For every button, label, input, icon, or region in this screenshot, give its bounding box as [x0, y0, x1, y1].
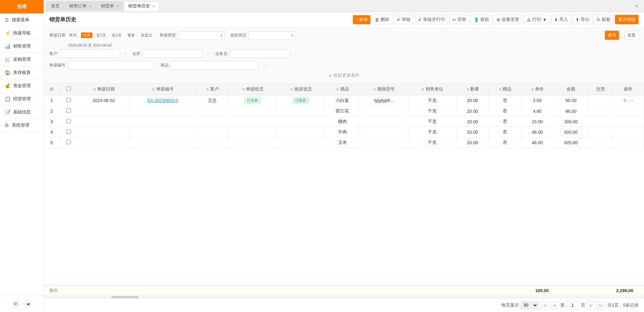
sidebar-item-quick-nav[interactable]: ⚡ 快捷导航 — [0, 27, 44, 40]
cell-doc-no[interactable]: SA-20230602-0 — [130, 95, 196, 106]
cell-doc-no[interactable] — [130, 137, 196, 148]
page-last-btn[interactable]: ▶| — [597, 301, 606, 309]
page-first-btn[interactable]: |◀ — [540, 301, 548, 309]
date-7days-tag[interactable]: 近7天 — [94, 32, 108, 38]
salesperson-input[interactable] — [229, 49, 290, 58]
sidebar-item-finance-mgmt[interactable]: 💰 资金管理 — [0, 79, 44, 93]
th-quantity[interactable]: ⇅ 数量 — [456, 83, 489, 95]
batch-change-button[interactable]: ⊞ 批量变更 — [494, 15, 522, 24]
collapse-filter-btn[interactable]: ∧ 收起更多条件 — [329, 72, 360, 78]
tab-close-sales-invoice[interactable]: ✕ — [116, 4, 119, 8]
cell-action[interactable] — [612, 106, 644, 116]
row-checkbox[interactable] — [66, 98, 71, 102]
tab-sales-invoice[interactable]: 销货单 ✕ — [96, 1, 123, 11]
product-input[interactable] — [171, 61, 258, 70]
scrollbar-thumb[interactable] — [111, 296, 138, 298]
cell-action[interactable] — [612, 137, 644, 148]
cell-action[interactable]: ✎⋯ — [612, 95, 644, 106]
th-doc-date[interactable]: ⇅ 单据日期 — [78, 83, 129, 95]
horizontal-scrollbar[interactable] — [44, 295, 644, 298]
sidebar-item-basic-info[interactable]: 📝 基础信息 — [0, 106, 44, 119]
doc-no-link[interactable]: SA-20230602-0 — [147, 98, 178, 103]
th-checkbox[interactable] — [60, 83, 78, 95]
tab-home[interactable]: 首页 — [47, 1, 64, 11]
sidebar-item-purchase-mgmt[interactable]: 🛒 采购管理 — [0, 53, 44, 66]
th-gift[interactable]: ⇅ 赠品 — [489, 83, 521, 95]
th-customer[interactable]: ⇅ 客户 — [196, 83, 228, 95]
audit-button[interactable]: ✔ 审核 — [394, 15, 414, 24]
cell-payment-status — [277, 106, 325, 116]
cell-doc-no[interactable] — [130, 116, 196, 127]
close-all-tabs[interactable]: ✕ — [632, 3, 641, 9]
tab-sales-order[interactable]: 销售订单 ✕ — [65, 1, 96, 11]
row-checkbox[interactable] — [66, 119, 71, 123]
th-unit-price[interactable]: ⇅ 单价 — [521, 83, 554, 95]
main-area: 首页 销售订单 ✕ 销货单 ✕ 销货单历史 ✕ ✕ 销货单历史 + 新增 🗑 删… — [44, 0, 644, 312]
th-spec[interactable]: ⇅ 规格型号 — [360, 83, 408, 95]
sidebar-item-label: 基础信息 — [13, 109, 31, 115]
th-doc-no[interactable]: ⇅ 单据编号 — [130, 83, 196, 95]
abandon-button[interactable]: ↩ 弃审 — [449, 15, 469, 24]
refresh-button[interactable]: ↻ 刷新 — [594, 15, 614, 24]
page-next-btn[interactable]: ▶ — [587, 301, 595, 309]
customer-input[interactable] — [59, 49, 120, 58]
cell-doc-no[interactable] — [130, 106, 196, 116]
warehouse-input[interactable] — [142, 49, 203, 58]
date-custom-tag[interactable]: 自定义 — [139, 32, 154, 38]
sidebar-item-search-menu[interactable]: ☰ 搜索菜单 — [0, 14, 44, 27]
cell-action[interactable] — [612, 127, 644, 137]
show-detail-button[interactable]: 显示明细 — [615, 15, 639, 24]
tab-sales-history[interactable]: 销货单历史 ✕ — [124, 1, 159, 11]
warehouse-ellipsis[interactable]: ··· — [206, 51, 210, 56]
tab-close-sales-order[interactable]: ✕ — [89, 4, 91, 8]
query-button[interactable]: 查询 — [605, 31, 619, 40]
date-1month-tag[interactable]: 近1月 — [110, 32, 123, 38]
select-all-checkbox[interactable] — [66, 86, 71, 91]
th-action[interactable]: 操作 — [612, 83, 644, 95]
customer-ellipsis[interactable]: ··· — [123, 51, 127, 56]
product-ellipsis[interactable]: ··· — [262, 63, 265, 68]
sidebar-item-sales-mgmt[interactable]: 📊 销售管理 — [0, 40, 44, 53]
th-payment-status[interactable]: ⇅ 收款状态 — [277, 83, 325, 95]
sidebar-toggle-btn[interactable]: ◀ — [23, 299, 33, 309]
th-transaction[interactable]: 交货 — [588, 83, 612, 95]
search-icon: ☰ — [5, 17, 9, 23]
row-checkbox[interactable] — [66, 140, 71, 144]
gear-icon[interactable]: ⚙ — [50, 86, 54, 92]
row-checkbox[interactable] — [66, 108, 71, 113]
settings-filter-button[interactable]: 设置 — [624, 31, 639, 40]
audit-print-button[interactable]: ✔ 审核并打印 — [415, 15, 448, 24]
import-button[interactable]: ⬇ 导入 — [551, 15, 571, 24]
sidebar-item-ops-mgmt[interactable]: 📋 经营管理 — [0, 93, 44, 106]
collect-button[interactable]: 💲 收款 — [471, 15, 492, 24]
edit-action-btn[interactable]: ✎ — [623, 98, 627, 103]
row-checkbox[interactable] — [66, 129, 71, 134]
date-today-tag[interactable]: 今天 — [81, 32, 92, 38]
sidebar-item-system-mgmt[interactable]: ⚙ 系统管理 — [0, 119, 44, 132]
page-input[interactable] — [567, 301, 579, 309]
delete-button[interactable]: 🗑 删除 — [372, 15, 392, 24]
doc-type-select[interactable] — [178, 31, 225, 40]
th-amount[interactable]: 金额 — [554, 83, 589, 95]
th-doc-status[interactable]: ⇅ 单据状态 — [228, 83, 277, 95]
export-button[interactable]: ⬆ 导出 — [572, 15, 592, 24]
per-page-select[interactable]: 50 100 200 — [521, 301, 538, 309]
salesperson-ellipsis[interactable]: ··· — [293, 51, 297, 56]
th-unit[interactable]: ⇅ 销售单位 — [408, 83, 456, 95]
date-yesterday-tag[interactable]: 昨天 — [67, 32, 79, 38]
docno-input[interactable] — [67, 61, 155, 70]
cell-action[interactable] — [612, 116, 644, 127]
tab-close-sales-history[interactable]: ✕ — [152, 4, 155, 8]
cell-doc-no[interactable] — [130, 127, 196, 137]
date-more-tag[interactable]: 更多 — [125, 32, 137, 38]
sidebar-settings-btn[interactable]: ⚙ — [11, 299, 21, 309]
th-product[interactable]: ⇅ 商品 — [325, 83, 360, 95]
print-button[interactable]: 🖨 打印 ▼ — [524, 15, 550, 24]
page-prev-btn[interactable]: ◀ — [550, 301, 558, 309]
payment-status-select[interactable] — [249, 31, 296, 40]
table-row: 12023-06-02SA-20230602-0王总已生效已收款小白菜tyjyj… — [44, 95, 644, 106]
th-gear[interactable]: ⚙ — [44, 83, 60, 95]
new-button[interactable]: + 新增 — [353, 15, 370, 24]
more-action-btn[interactable]: ⋯ — [628, 98, 633, 103]
sidebar-item-inventory-calc[interactable]: 🏠 库存核算 — [0, 66, 44, 79]
